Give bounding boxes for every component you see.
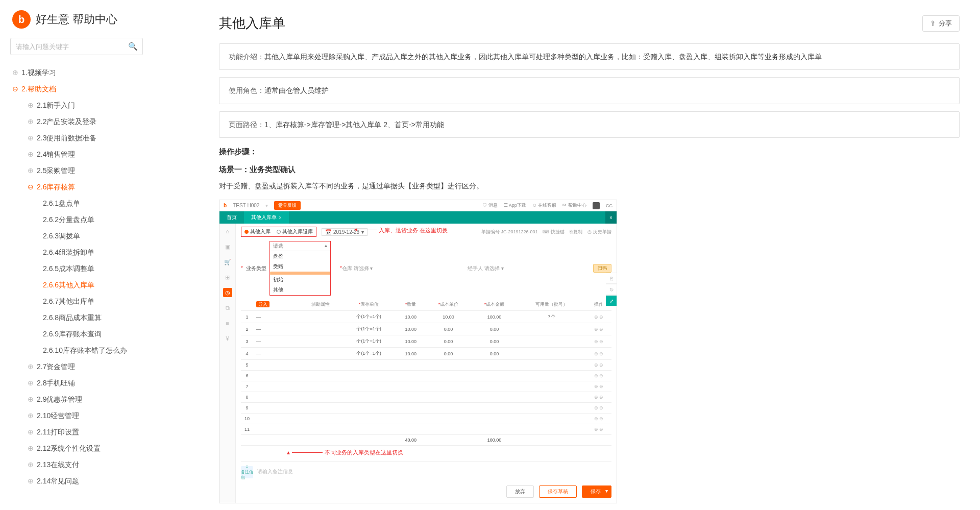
brand-text: 好生意 帮助中心	[36, 12, 117, 27]
right-icon-3[interactable]: ⤢	[606, 295, 617, 306]
main-content: 其他入库单 ⇪ 分享 功能介绍：其他入库单用来处理除采购入库、产成品入库之外的其…	[158, 0, 980, 510]
save-draft-button[interactable]: 保存草稿	[539, 485, 577, 498]
nav-2-5[interactable]: ⊕2.5采购管理	[10, 162, 158, 179]
nav-2-10[interactable]: ⊕2.10经营管理	[10, 407, 158, 424]
biztype-dropdown[interactable]: 请选▴ 盘盈 受赠 初始 其他	[270, 241, 331, 296]
biztype-opt-1[interactable]: 受赠	[270, 261, 330, 272]
shot-username: CC	[606, 203, 612, 208]
shot-msg-icon[interactable]: ♡ 消息	[482, 202, 498, 209]
nav-box-icon[interactable]: ⊞	[223, 273, 232, 282]
annotation-2: 不同业务的入库类型在这里切换	[287, 449, 611, 456]
nav-money-icon[interactable]: ¥	[223, 334, 232, 343]
nav-2-13[interactable]: ⊕2.13在线支付	[10, 456, 158, 473]
shot-close-all[interactable]: ×	[605, 211, 617, 224]
plus-icon: ⊕	[28, 391, 34, 407]
history-link[interactable]: ◷ 历史单据	[587, 229, 611, 235]
shot-app-icon[interactable]: ☰ App下载	[504, 202, 526, 209]
plus-icon: ⊕	[28, 407, 34, 424]
close-icon[interactable]: ×	[279, 215, 282, 221]
shot-tab-current[interactable]: 其他入库单×	[244, 211, 289, 224]
plus-icon: ⊕	[28, 440, 34, 456]
nav-2-2[interactable]: ⊕2.2产品安装及登录	[10, 113, 158, 130]
shortcut-link[interactable]: ⌨ 快捷键	[543, 229, 565, 235]
nav-clock-icon[interactable]: ◷	[223, 288, 232, 297]
screenshot: b TEST-H002 ▾ 意见反馈 ♡ 消息 ☰ App下载 ☺ 在线客服 ✉…	[219, 200, 617, 503]
copy-link[interactable]: ⎘ 复制	[570, 229, 583, 235]
discard-button[interactable]: 放弃	[506, 485, 534, 498]
annotation-1: 入库、退货业务 在这里切换	[379, 227, 448, 234]
save-button[interactable]: 保存	[582, 485, 611, 498]
nav-2-6-9[interactable]: 2.6.9库存账本查询	[10, 326, 158, 342]
shot-account: TEST-H002	[233, 203, 259, 208]
plus-icon: ⊕	[28, 97, 34, 113]
import-icon[interactable]: 导入	[256, 301, 270, 307]
nav-help-doc[interactable]: ⊖2.帮助文档	[10, 81, 158, 97]
nav-2-14[interactable]: ⊕2.14常见问题	[10, 473, 158, 489]
nav-2-6-1[interactable]: 2.6.1盘点单	[10, 195, 158, 211]
remark-input[interactable]: 请输入备注信息	[257, 466, 611, 478]
scan-button[interactable]: 扫码	[593, 264, 611, 273]
nav-2-4[interactable]: ⊕2.4销售管理	[10, 146, 158, 162]
shot-avatar-icon[interactable]	[593, 202, 600, 209]
nav-cube-icon[interactable]: ▣	[223, 242, 232, 251]
plus-icon: ⊕	[28, 424, 34, 440]
plus-icon: ⊕	[28, 146, 34, 162]
nav-2-3[interactable]: ⊕2.3使用前数据准备	[10, 130, 158, 146]
nav-2-6-8[interactable]: 2.6.8商品成本重算	[10, 309, 158, 326]
table-row[interactable]: 3—个(1个=1个)10.000.000.00⊕ ⊖	[241, 335, 611, 348]
shot-topbar: b TEST-H002 ▾ 意见反馈 ♡ 消息 ☰ App下载 ☺ 在线客服 ✉…	[219, 200, 617, 211]
share-button[interactable]: ⇪ 分享	[922, 15, 960, 32]
nav-2-9[interactable]: ⊕2.9优惠券管理	[10, 391, 158, 407]
nav-2-7[interactable]: ⊕2.7资金管理	[10, 358, 158, 375]
table-row[interactable]: 6⊕ ⊖	[241, 371, 611, 381]
search-icon[interactable]: 🔍	[128, 42, 138, 51]
nav-2-1[interactable]: ⊕2.1新手入门	[10, 97, 158, 113]
nav-2-11[interactable]: ⊕2.11打印设置	[10, 424, 158, 440]
biztype-opt-3[interactable]: 初始	[270, 275, 330, 285]
nav-2-6-10[interactable]: 2.6.10库存账本错了怎么办	[10, 342, 158, 358]
shot-help-icon[interactable]: ✉ 帮助中心	[562, 202, 586, 209]
table-row[interactable]: 4—个(1个=1个)10.000.000.00⊕ ⊖	[241, 348, 611, 360]
nav-2-8[interactable]: ⊕2.8手机旺铺	[10, 375, 158, 391]
nav-bag-icon[interactable]: ⧉	[223, 303, 232, 312]
table-row[interactable]: 10⊕ ⊖	[241, 414, 611, 424]
plus-icon: ⊕	[28, 113, 34, 130]
search-input[interactable]	[10, 38, 143, 55]
nav-home-icon[interactable]: ⌂	[223, 227, 232, 236]
table-row[interactable]: 5⊕ ⊖	[241, 360, 611, 371]
nav-2-6-7[interactable]: 2.6.7其他出库单	[10, 293, 158, 309]
shot-feedback-button[interactable]: 意见反馈	[274, 201, 301, 210]
table-row[interactable]: 8⊕ ⊖	[241, 392, 611, 403]
biztype-opt-4[interactable]: 其他	[270, 285, 330, 295]
table-row[interactable]: 1—个(1个=1个)10.0010.00100.007个⊕ ⊖	[241, 311, 611, 323]
nav-2-6[interactable]: ⊖2.6库存核算	[10, 179, 158, 195]
nav-2-6-3[interactable]: 2.6.3调拨单	[10, 228, 158, 244]
nav-video[interactable]: ⊕1.视频学习	[10, 64, 158, 81]
sidebar: b 好生意 帮助中心 🔍 ⊕1.视频学习 ⊖2.帮助文档 ⊕2.1新手入门 ⊕2…	[0, 0, 158, 510]
shot-service-icon[interactable]: ☺ 在线客服	[532, 202, 557, 209]
intro-label: 功能介绍：	[229, 53, 264, 61]
brand: b 好生意 帮助中心	[10, 10, 158, 29]
nav-2-6-6[interactable]: 2.6.6其他入库单	[10, 277, 158, 293]
biztype-opt-0[interactable]: 盘盈	[270, 251, 330, 261]
nav-chart-icon[interactable]: ≡	[223, 319, 232, 328]
nav-2-6-2[interactable]: 2.6.2分量盘点单	[10, 211, 158, 228]
table-row[interactable]: 2—个(1个=1个)10.000.000.00⊕ ⊖	[241, 323, 611, 335]
nav-2-6-4[interactable]: 2.6.4组装拆卸单	[10, 244, 158, 260]
table-row[interactable]: 7⊕ ⊖	[241, 381, 611, 392]
nav-2-6-5[interactable]: 2.6.5成本调整单	[10, 260, 158, 277]
right-icon-1[interactable]: ⎘	[606, 273, 617, 284]
table-row[interactable]: 11⊕ ⊖	[241, 424, 611, 435]
nav-2-12[interactable]: ⊕2.12系统个性化设置	[10, 440, 158, 456]
logo-icon: b	[12, 10, 31, 29]
right-icon-2[interactable]: ↻	[606, 284, 617, 295]
nav-cart-icon[interactable]: 🛒	[223, 257, 232, 266]
table-row[interactable]: 9⊕ ⊖	[241, 403, 611, 414]
calendar-icon: 📅	[325, 229, 331, 235]
path-box: 页面路径：1、库存核算->库存管理->其他入库单 2、首页->常用功能	[219, 111, 960, 138]
shot-tab-home[interactable]: 首页	[219, 211, 244, 224]
chevron-down-icon: ▴	[325, 242, 327, 250]
doc-type-radio[interactable]: 其他入库 其他入库退库	[241, 227, 316, 237]
minus-icon: ⊖	[28, 179, 34, 195]
scene1-title: 场景一：业务类型确认	[219, 165, 960, 175]
